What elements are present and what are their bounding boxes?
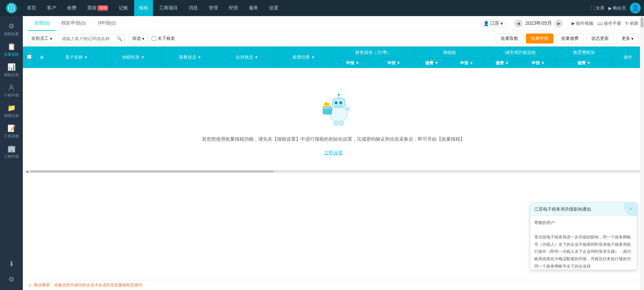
notification-body: 尊敬的用户: 受当前电子税务局进一步升级的影响，同一个政务网账号（办税人）名下的… — [530, 216, 637, 270]
sidebar-user-settings[interactable]: ⚙ — [0, 272, 23, 286]
notification-panel: 江苏电子税务局升级影响通知 ✕ 尊敬的用户: 受当前电子税务局进一步升级的影响，… — [530, 202, 637, 270]
sidebar-item-settlement[interactable]: 📝 汇算清缴 — [0, 121, 23, 141]
right-scrollbar[interactable] — [640, 16, 644, 290]
nav-business[interactable]: 工商项目 — [154, 0, 182, 16]
sidebar-item-tax-overview[interactable]: 📊 报税总览 — [0, 60, 23, 80]
month-display: 2023年05月 — [525, 20, 552, 26]
user-avatar[interactable]: 👤 — [630, 3, 641, 13]
svg-rect-18 — [334, 121, 338, 126]
filter-button[interactable]: 筛选 ▾ — [128, 34, 148, 43]
nav-messages[interactable]: 消息 — [184, 0, 203, 16]
th-checkbox-col — [23, 47, 36, 68]
sidebar-item-tax-record[interactable]: 📁 报税记录 — [0, 100, 23, 121]
batch-tax-icon: 📋 — [7, 43, 15, 51]
search-input[interactable] — [62, 36, 115, 41]
nav-service[interactable]: 服务 — [244, 0, 263, 16]
batch-declare-btn[interactable]: 批量申报 — [526, 33, 553, 44]
nav-operation[interactable]: 经营 — [224, 0, 243, 16]
account-checkbox[interactable] — [152, 37, 156, 41]
more-chevron-icon: ▾ — [631, 36, 634, 41]
tab-all[interactable]: 全部(0) — [28, 16, 55, 31]
sidebar-download[interactable]: ⬇ — [0, 257, 23, 271]
tabs-right-actions: ▶ 操作视频 📖 操作手册 ↻ 刷新 — [572, 20, 639, 26]
nav-manage[interactable]: 管理 — [204, 0, 223, 16]
setup-link[interactable]: 立即设置 — [324, 150, 343, 156]
account-checkbox-label[interactable]: 名下账套 — [152, 35, 175, 42]
sidebar: ⚙ 报税设置 📋 批量报税 📊 报税总览 个税申报 📁 报税记录 📝 — [0, 16, 23, 290]
tab-tax-declaration[interactable]: 税款申报(0) — [55, 16, 92, 31]
sidebar-item-tax-settings[interactable]: ⚙ 报税设置 — [0, 19, 23, 39]
nav-home[interactable]: 首页 — [22, 0, 41, 16]
region-selector[interactable]: 👤 江苏 ▾ — [480, 19, 506, 27]
logo-icon — [6, 3, 17, 13]
th-financial-declare: 申报 ▼ — [332, 59, 373, 68]
personal-tax-icon — [7, 83, 15, 91]
tax-settings-icon: ⚙ — [7, 22, 15, 30]
sidebar-label-settlement: 汇算清缴 — [4, 134, 19, 139]
edu-pay-filter[interactable]: ▼ — [587, 61, 591, 65]
svg-point-6 — [335, 102, 337, 104]
sidebar-item-batch-tax[interactable]: 📋 批量报税 — [0, 39, 23, 60]
compare-status-filter-icon[interactable]: ▼ — [255, 55, 258, 59]
edu-declare-filter[interactable]: ▼ — [541, 61, 545, 65]
top-right-actions: ⛶ 全屏 ▶ 畅会员 👤 — [590, 3, 641, 13]
sidebar-item-annual-report[interactable]: 🏢 工商年报 — [0, 141, 23, 162]
nav-fees[interactable]: 收费 — [62, 0, 81, 16]
toolbar: 全部员工 ▾ 🔍 筛选 ▾ 名下账套 批量取数 批量申报 批量缴费 状态更新 — [23, 31, 644, 47]
tax-nature-filter-icon[interactable]: ▼ — [141, 55, 145, 59]
th-vat-declare: 申报 ▼ — [373, 59, 415, 68]
tab-zero-declaration[interactable]: 0申报(0) — [92, 16, 122, 31]
nav-settings[interactable]: 设置 — [264, 0, 283, 16]
svg-point-1 — [10, 85, 13, 88]
th-edu-surcharge: 教育费附加 — [556, 47, 612, 59]
nav-invoice[interactable]: 票据 NEW — [83, 0, 113, 16]
warning-text: 验证账密、采集信息均成功的企业才会流转至批量报税页面中 — [34, 282, 143, 288]
urban-pay-filter[interactable]: ▼ — [505, 61, 509, 65]
refresh-btn[interactable]: ↻ 刷新 — [625, 20, 639, 26]
nav-accounting[interactable]: 记账 — [114, 0, 133, 16]
region-person-icon: 👤 — [483, 21, 489, 26]
warning-icon: ⚠ — [28, 283, 32, 288]
sidebar-item-personal-tax[interactable]: 个税申报 — [0, 80, 23, 100]
check-result-filter-icon[interactable]: ▼ — [311, 55, 315, 59]
svg-point-7 — [340, 102, 342, 104]
member-btn[interactable]: ▶ 畅会员 — [608, 5, 626, 11]
th-fetch-status: 取数状态 ▼ — [162, 47, 218, 68]
th-edu-declare: 申报 ▼ — [520, 59, 556, 68]
select-all-checkbox[interactable] — [27, 55, 32, 59]
vat-pay-filter[interactable]: ▼ — [434, 61, 438, 65]
nav-tax[interactable]: 报税 — [134, 0, 153, 16]
th-gear-col: ⚙ — [36, 47, 48, 68]
batch-pay-btn[interactable]: 批量缴费 — [556, 33, 584, 44]
app-logo[interactable] — [3, 0, 19, 16]
nav-client[interactable]: 客户 — [42, 0, 61, 16]
fin-declare-filter[interactable]: ▼ — [355, 61, 359, 65]
employee-select[interactable]: 全部员工 ▾ — [28, 34, 55, 43]
vat-declare-filter[interactable]: ▼ — [396, 61, 400, 65]
th-check-result: 检查结果 ▼ — [275, 47, 332, 68]
month-prev-btn[interactable]: ◀ — [515, 19, 523, 27]
fetch-status-filter-icon[interactable]: ▼ — [198, 55, 201, 59]
tabs-bar: 全部(0) 税款申报(0) 0申报(0) 👤 江苏 ▾ ◀ 2023年05月 ▶ — [23, 16, 644, 31]
more-btn[interactable]: 更多 ▾ — [616, 33, 639, 44]
svg-point-9 — [338, 94, 340, 96]
sidebar-label-tax-record: 报税记录 — [4, 113, 19, 118]
right-scroll-thumb — [641, 17, 643, 27]
filter-label: 筛选 — [132, 35, 141, 42]
invoice-badge: NEW — [98, 5, 108, 11]
status-update-btn[interactable]: 状态更新 — [586, 33, 614, 44]
settlement-icon: 📝 — [7, 124, 15, 132]
operation-manual-btn[interactable]: 📖 操作手册 — [597, 20, 621, 26]
client-filter-icon[interactable]: ▼ — [84, 55, 88, 59]
notif-decoration — [617, 203, 637, 216]
search-icon[interactable]: 🔍 — [117, 36, 122, 41]
operation-video-btn[interactable]: ▶ 操作视频 — [572, 20, 593, 26]
svg-rect-12 — [345, 107, 350, 110]
batch-fetch-btn[interactable]: 批量取数 — [496, 33, 523, 44]
annual-report-icon: 🏢 — [7, 145, 15, 153]
month-next-btn[interactable]: ▶ — [555, 19, 563, 27]
horizontal-scrollbar[interactable]: ◀ — [23, 169, 644, 173]
fullscreen-btn[interactable]: ⛶ 全屏 — [590, 5, 604, 11]
download-icon: ⬇ — [7, 260, 15, 268]
urban-declare-filter[interactable]: ▼ — [470, 61, 474, 65]
